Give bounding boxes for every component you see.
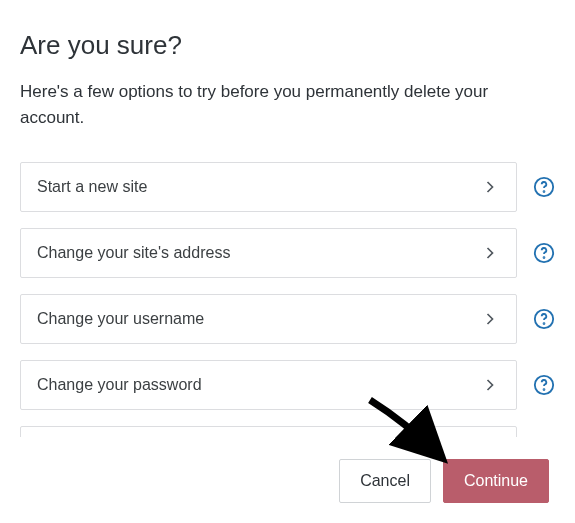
svg-point-5 (544, 323, 545, 324)
option-label: Change your username (37, 310, 204, 328)
chevron-right-icon (480, 309, 500, 329)
help-icon[interactable] (533, 374, 555, 396)
help-icon[interactable] (533, 176, 555, 198)
subtitle-text: Here's a few options to try before you p… (20, 79, 555, 130)
chevron-right-icon (480, 243, 500, 263)
svg-point-7 (544, 389, 545, 390)
page-title: Are you sure? (20, 30, 555, 61)
dialog-scroll-area[interactable]: Are you sure? Here's a few options to tr… (0, 0, 575, 437)
svg-point-3 (544, 257, 545, 258)
option-change-password[interactable]: Change your password (20, 360, 517, 410)
cancel-button[interactable]: Cancel (339, 459, 431, 503)
continue-button[interactable]: Continue (443, 459, 549, 503)
option-label: Change your site's address (37, 244, 230, 262)
option-change-site-address[interactable]: Change your site's address (20, 228, 517, 278)
help-icon[interactable] (533, 308, 555, 330)
help-icon[interactable] (533, 242, 555, 264)
svg-point-1 (544, 191, 545, 192)
option-change-username[interactable]: Change your username (20, 294, 517, 344)
chevron-right-icon (480, 375, 500, 395)
option-label: Start a new site (37, 178, 147, 196)
option-delete-site[interactable]: Delete a site (20, 426, 517, 437)
option-label: Change your password (37, 376, 202, 394)
dialog-footer: Cancel Continue (0, 445, 575, 523)
chevron-right-icon (480, 177, 500, 197)
option-start-new-site[interactable]: Start a new site (20, 162, 517, 212)
